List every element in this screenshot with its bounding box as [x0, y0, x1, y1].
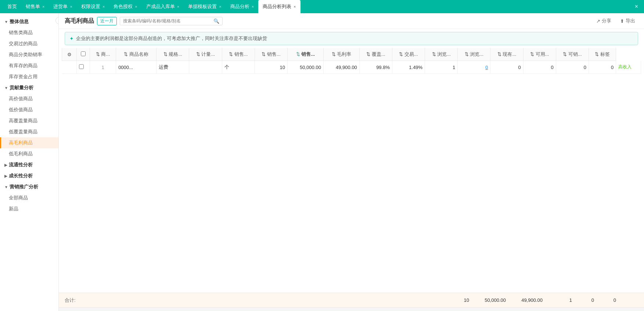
row-sales-qty: 10	[255, 61, 287, 74]
export-button[interactable]: ⬆ 导出	[617, 16, 638, 26]
chevron-down-icon: ▼	[4, 20, 8, 24]
col-sales-amount: ⇅ 销售...	[255, 48, 287, 61]
row-current-stock: 0	[523, 61, 556, 74]
sidebar-item-low-coverage[interactable]: 低覆盖量商品	[0, 126, 58, 137]
main-container: « ▼ 整体信息 销售类商品 交易过的商品 商品分类助销率 有库存的商品 库存资…	[0, 13, 644, 311]
sidebar: « ▼ 整体信息 销售类商品 交易过的商品 商品分类助销率 有库存的商品 库存资…	[0, 13, 59, 311]
col-coverage: ⇅ 覆盖...	[359, 48, 392, 61]
sidebar-item-new-goods[interactable]: 新品	[0, 203, 58, 214]
content-header: 高毛利商品 近一月 🔍 ↗ 分享 ⬆ 导出	[59, 13, 644, 29]
sidebar-item-sales-goods[interactable]: 销售类商品	[0, 27, 58, 38]
row-browse2: 0	[490, 61, 523, 74]
row-browse1[interactable]: 0	[458, 61, 490, 74]
sidebar-item-traded-goods[interactable]: 交易过的商品	[0, 38, 58, 49]
col-settings[interactable]: ⚙	[62, 48, 77, 61]
col-saleable: ⇅ 可销...	[556, 48, 589, 61]
row-checkbox[interactable]	[77, 61, 90, 74]
chevron-down-icon: ▼	[4, 86, 8, 90]
sidebar-item-high-value[interactable]: 高价值商品	[0, 93, 58, 104]
sort-icon[interactable]: ⇅	[96, 51, 100, 57]
sort-icon[interactable]: ⇅	[465, 51, 469, 57]
col-transaction: ⇅ 交易...	[392, 48, 425, 61]
sidebar-item-stock-capital[interactable]: 库存资金占用	[0, 71, 58, 82]
sidebar-item-high-gross[interactable]: 高毛利商品	[0, 137, 58, 148]
sidebar-group-growth[interactable]: ▶ 成长性分析	[0, 170, 58, 181]
sidebar-item-category-rate[interactable]: 商品分类助销率	[0, 49, 58, 60]
col-tag: ⇅ 标签	[589, 48, 616, 61]
sort-icon[interactable]: ⇅	[432, 51, 436, 57]
share-button[interactable]: ↗ 分享	[593, 16, 614, 26]
top-nav: 首页 销售单 × 进货单 × 权限设置 × 角色授权 × 产成品入库单 × 单据…	[0, 0, 644, 13]
close-icon[interactable]: ×	[219, 4, 221, 9]
close-icon[interactable]: ×	[42, 4, 44, 9]
col-gross-rate: ⇅ 毛利率	[323, 48, 359, 61]
chevron-down-icon: ▼	[4, 185, 8, 189]
tab-analysis[interactable]: 商品分析 ×	[226, 0, 258, 13]
close-window-button[interactable]: ×	[632, 3, 641, 10]
row-spec	[189, 61, 222, 74]
row-settings[interactable]	[62, 61, 77, 74]
tab-permission[interactable]: 权限设置 ×	[77, 0, 109, 13]
close-icon[interactable]: ×	[294, 4, 296, 9]
sidebar-item-low-gross[interactable]: 低毛利商品	[0, 148, 58, 159]
sort-icon[interactable]: ⇅	[229, 51, 233, 57]
sort-icon[interactable]: ⇅	[399, 51, 403, 57]
sort-icon[interactable]: ⇅	[332, 51, 336, 57]
tab-purchase[interactable]: 进货单 ×	[49, 0, 76, 13]
close-icon[interactable]: ×	[102, 4, 105, 9]
sidebar-group-contribution[interactable]: ▼ 贡献量分析	[0, 82, 58, 93]
row-name: 运费	[156, 61, 189, 74]
tab-home[interactable]: 首页	[3, 0, 21, 13]
row-sales-amount: 50,000.00	[287, 61, 323, 74]
tab-analysis-list[interactable]: 商品分析列表 ×	[258, 0, 300, 13]
footer-transaction: 1	[550, 297, 572, 303]
col-available: ⇅ 可用...	[523, 48, 556, 61]
search-icon[interactable]: 🔍	[213, 18, 219, 24]
tab-template[interactable]: 单据模板设置 ×	[184, 0, 226, 13]
select-all-checkbox[interactable]	[81, 51, 86, 56]
time-filter-button[interactable]: 近一月	[97, 17, 117, 25]
info-icon: ✦	[69, 36, 74, 41]
tab-role[interactable]: 角色授权 ×	[109, 0, 141, 13]
table-container: ⚙ ⇅ 商... ⇅ 商品名称 ⇅ 规格... ⇅ 计量... ⇅ 销售... …	[59, 48, 644, 293]
sort-icon[interactable]: ⇅	[366, 51, 370, 57]
sort-icon[interactable]: ⇅	[497, 51, 501, 57]
sort-icon[interactable]: ⇅	[196, 51, 200, 57]
sidebar-group-overall[interactable]: ▼ 整体信息	[0, 16, 58, 27]
col-browse1: ⇅ 浏览...	[425, 48, 458, 61]
sort-icon[interactable]: ⇅	[124, 51, 128, 57]
sort-icon[interactable]: ⇅	[262, 51, 266, 57]
horizontal-scrollbar[interactable]	[59, 307, 644, 311]
col-unit: ⇅ 计量...	[189, 48, 222, 61]
close-icon[interactable]: ×	[70, 4, 72, 9]
sort-icon[interactable]: ⇅	[163, 51, 168, 57]
search-input[interactable]	[123, 18, 213, 23]
sidebar-item-high-coverage[interactable]: 高覆盖量商品	[0, 115, 58, 126]
content-area: 高毛利商品 近一月 🔍 ↗ 分享 ⬆ 导出 ✦ 企业的主要的利润都是这部分商品创…	[59, 13, 644, 311]
col-code: ⇅ 商...	[90, 48, 116, 61]
sidebar-item-all-goods[interactable]: 全部商品	[0, 192, 58, 203]
sort-icon[interactable]: ⇅	[595, 51, 599, 57]
col-sales-qty: ⇅ 销售...	[222, 48, 255, 61]
page-title: 高毛利商品	[65, 17, 94, 25]
sort-icon[interactable]: ⇅	[563, 51, 567, 57]
footer-available: 0	[579, 297, 594, 303]
chevron-right-icon: ▶	[4, 163, 7, 167]
col-checkbox[interactable]	[77, 48, 90, 61]
sort-icon[interactable]: ⇅	[530, 51, 534, 57]
sidebar-group-marketing[interactable]: ▼ 营销推广分析	[0, 181, 58, 192]
sidebar-group-circulation[interactable]: ▶ 流通性分析	[0, 159, 58, 170]
close-icon[interactable]: ×	[252, 4, 254, 9]
tab-inbound[interactable]: 产成品入库单 ×	[142, 0, 184, 13]
row-gross-rate: 99.8%	[359, 61, 392, 74]
row-sales-profit: 49,900.00	[323, 61, 359, 74]
table-row: 1 0000... 运费 个 10 50,000.00 49,900.00 99…	[62, 61, 641, 74]
info-banner: ✦ 企业的主要的利润都是这部分商品创造的，可考虑加大推广，同时关注库存是不要出现…	[65, 32, 638, 45]
sidebar-item-low-value[interactable]: 低价值商品	[0, 104, 58, 115]
close-icon[interactable]: ×	[135, 4, 137, 9]
tab-sales[interactable]: 销售单 ×	[21, 0, 49, 13]
sidebar-item-stock-goods[interactable]: 有库存的商品	[0, 60, 58, 71]
close-icon[interactable]: ×	[177, 4, 179, 9]
sort-icon[interactable]: ⇅	[296, 51, 300, 57]
footer-totals: 合计: 10 50,000.00 49,900.00 1 0 0	[59, 293, 644, 307]
